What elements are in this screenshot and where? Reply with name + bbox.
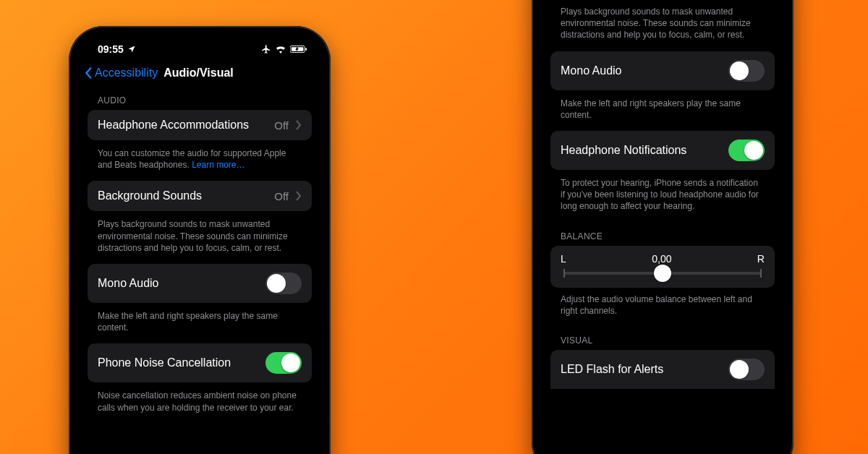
row-label: Mono Audio [561, 64, 622, 77]
phone-noise-cancellation-desc: Noise cancellation reduces ambient noise… [77, 390, 322, 423]
learn-more-link[interactable]: Learn more… [192, 160, 244, 170]
svg-rect-2 [305, 48, 307, 51]
led-flash-toggle[interactable] [728, 359, 765, 380]
balance-left-label: L [561, 253, 566, 265]
screen-right: Plays background sounds to mask unwanted… [540, 0, 785, 454]
nav-bar: Accessibility Audio/Visual [77, 64, 322, 87]
row-label: Phone Noise Cancellation [98, 356, 231, 369]
headphone-notifications-desc: To protect your hearing, iPhone sends a … [540, 177, 785, 223]
balance-slider[interactable] [563, 272, 762, 275]
mono-audio-toggle[interactable] [265, 273, 302, 294]
section-header-balance: BALANCE [540, 223, 785, 246]
location-icon [127, 45, 136, 53]
screen-left: 09:55 Accessibility Audio/Visual AUDIO H… [77, 35, 322, 454]
headphone-notifications-row[interactable]: Headphone Notifications [550, 131, 775, 170]
row-value: Off [274, 119, 289, 132]
back-button[interactable]: Accessibility [85, 67, 158, 80]
chevron-right-icon [296, 191, 302, 201]
mono-audio-desc: Make the left and right speakers play th… [540, 98, 785, 131]
balance-value: 0,00 [652, 253, 671, 265]
headphone-accommodations-row[interactable]: Headphone Accommodations Off [88, 110, 312, 140]
balance-slider-block: L 0,00 R [550, 246, 775, 288]
mono-audio-toggle[interactable] [728, 60, 765, 82]
chevron-left-icon [85, 67, 93, 80]
chevron-right-icon [296, 120, 302, 130]
mono-audio-row[interactable]: Mono Audio [550, 51, 775, 90]
row-label: Headphone Accommodations [98, 119, 249, 132]
airplane-icon [261, 44, 271, 54]
mono-audio-desc: Make the left and right speakers play th… [77, 310, 322, 343]
balance-slider-thumb[interactable] [654, 265, 671, 282]
balance-right-label: R [757, 253, 765, 265]
phone-mockup-right: Plays background sounds to mask unwanted… [532, 0, 793, 454]
headphone-accommodations-desc: You can customize the audio for supporte… [77, 147, 322, 181]
background-sounds-desc: Plays background sounds to mask unwanted… [77, 218, 322, 264]
led-flash-row[interactable]: LED Flash for Alerts [550, 350, 775, 389]
section-header-visual: VISUAL [540, 327, 785, 350]
background-sounds-desc: Plays background sounds to mask unwanted… [540, 6, 785, 51]
row-label: Mono Audio [98, 277, 159, 290]
battery-charging-icon [290, 45, 307, 53]
page-title: Audio/Visual [163, 67, 234, 80]
phone-mockup-left: 09:55 Accessibility Audio/Visual AUDIO H… [69, 26, 331, 454]
row-label: Background Sounds [98, 189, 202, 202]
wifi-icon [275, 45, 286, 53]
row-label: LED Flash for Alerts [561, 363, 663, 376]
notch [142, 35, 258, 53]
mono-audio-row[interactable]: Mono Audio [88, 264, 312, 303]
back-label: Accessibility [95, 67, 158, 80]
phone-noise-cancellation-row[interactable]: Phone Noise Cancellation [88, 343, 312, 382]
row-value: Off [274, 190, 289, 202]
phone-noise-cancellation-toggle[interactable] [265, 352, 302, 374]
row-label: Headphone Notifications [561, 144, 686, 157]
status-time: 09:55 [98, 43, 124, 55]
balance-desc: Adjust the audio volume balance between … [540, 294, 785, 327]
background-sounds-row[interactable]: Background Sounds Off [88, 181, 312, 211]
section-header-audio: AUDIO [77, 87, 322, 110]
headphone-notifications-toggle[interactable] [728, 140, 765, 161]
